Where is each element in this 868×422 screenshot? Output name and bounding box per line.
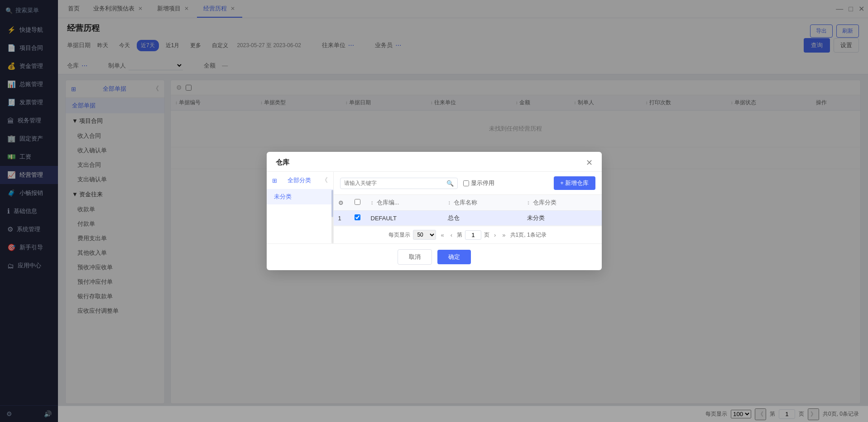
row-seq: 1 (334, 211, 350, 226)
modal-search-icon: 🔍 (446, 180, 454, 187)
modal-all-label: 全部分类 (288, 176, 311, 184)
modal-left-header: ⊞ 全部分类 《 (267, 172, 333, 189)
modal-table: ⚙ ↕ 仓库编... ↕ 仓库名称 (334, 195, 602, 226)
modal-category-uncategorized[interactable]: 未分类 (267, 189, 333, 204)
settings-icon[interactable]: ⚙ (338, 199, 344, 206)
modal-toolbar: 🔍 显示停用 + 新增仓库 (334, 172, 602, 195)
all-categories-icon: ⊞ (272, 177, 277, 184)
modal-collapse-btn[interactable]: 《 (321, 176, 328, 184)
th-modal-settings: ⚙ (334, 195, 350, 211)
pagination-first-btn[interactable]: « (439, 231, 446, 239)
th-warehouse-name: ↕ 仓库名称 (443, 195, 523, 211)
table-row[interactable]: 1 DEFAULT 总仓 未分类 (334, 211, 602, 226)
row-checkbox (350, 211, 366, 226)
show-disabled-label[interactable]: 显示停用 (463, 179, 494, 187)
modal-header: 仓库 ✕ (267, 152, 602, 172)
page-label: 第 (457, 231, 462, 239)
modal-overlay: 仓库 ✕ ⊞ 全部分类 《 未分类 (0, 0, 868, 422)
modal-close-button[interactable]: ✕ (586, 159, 593, 167)
page-number-input[interactable] (465, 230, 481, 240)
pagination-last-btn[interactable]: » (500, 231, 507, 239)
modal-search-input[interactable] (344, 180, 445, 186)
row-select-checkbox[interactable] (355, 214, 360, 220)
modal-body: ⊞ 全部分类 《 未分类 🔍 (267, 172, 602, 243)
page-suffix: 页 (484, 231, 489, 239)
per-page-label: 每页显示 (388, 231, 410, 239)
modal-table-wrap: ⚙ ↕ 仓库编... ↕ 仓库名称 (334, 195, 602, 226)
add-warehouse-button[interactable]: + 新增仓库 (554, 176, 595, 190)
pagination-prev-btn[interactable]: ‹ (449, 231, 454, 239)
modal-left-scrollbar[interactable] (331, 190, 333, 243)
modal-left-panel: ⊞ 全部分类 《 未分类 (267, 172, 334, 243)
modal-pagination: 每页显示 10 20 50 100 « ‹ 第 页 › » 共1页, 1条记录 (334, 226, 602, 243)
warehouse-modal: 仓库 ✕ ⊞ 全部分类 《 未分类 (267, 152, 602, 270)
modal-select-all[interactable] (355, 199, 360, 205)
pagination-next-btn[interactable]: › (492, 231, 498, 239)
cancel-button[interactable]: 取消 (398, 249, 432, 265)
modal-title: 仓库 (276, 158, 289, 167)
total-records: 共1页, 1条记录 (510, 231, 547, 239)
th-warehouse-category: ↕ 仓库分类 (523, 195, 602, 211)
row-name: 总仓 (443, 211, 523, 226)
row-category: 未分类 (523, 211, 602, 226)
per-page-select[interactable]: 10 20 50 100 (413, 230, 436, 240)
show-disabled-checkbox[interactable] (463, 180, 469, 186)
modal-footer: 取消 确定 (267, 243, 602, 270)
scrollbar-thumb (331, 190, 333, 217)
confirm-button[interactable]: 确定 (437, 250, 471, 264)
modal-search-box: 🔍 (340, 178, 458, 189)
row-code: DEFAULT (366, 211, 443, 226)
th-warehouse-code: ↕ 仓库编... (366, 195, 443, 211)
th-modal-checkbox (350, 195, 366, 211)
modal-right-panel: 🔍 显示停用 + 新增仓库 ⚙ (334, 172, 602, 243)
